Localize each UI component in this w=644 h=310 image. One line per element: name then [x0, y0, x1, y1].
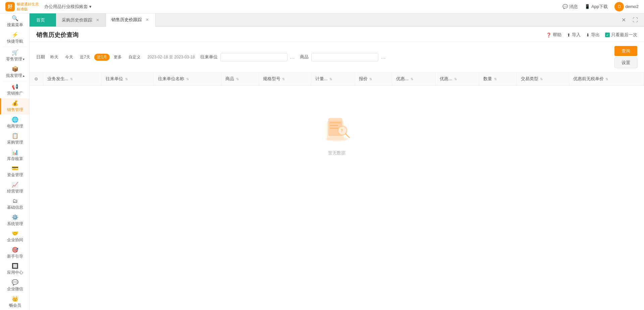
sort-arrows-spec[interactable]: ⇅ — [282, 77, 285, 81]
member-icon: 👑 — [12, 296, 18, 302]
sidebar-item-label: 基础信息 — [7, 205, 23, 210]
sort-arrows-biz-date[interactable]: ⇅ — [70, 77, 73, 81]
th-partner-name: 往来单位名称 ⇅ — [154, 72, 221, 86]
th-trade-type: 交易类型 ⇅ — [517, 72, 569, 86]
partner-dots-button[interactable]: ... — [290, 54, 294, 60]
product-input[interactable] — [311, 53, 378, 61]
top-header: 好 畅捷通好生意 标准版 办公用品行业模拟账套 ▾ 💬 消息 📱 App下载 D… — [0, 0, 644, 13]
sort-arrows-discount2[interactable]: ⇅ — [454, 77, 457, 81]
date-label: 日期 — [36, 54, 45, 60]
sort-arrows-partner-code[interactable]: ⇅ — [125, 77, 128, 81]
empty-state-icon: ? — [320, 112, 354, 146]
sidebar-item-label: 电商管理 — [7, 123, 23, 129]
sidebar-item-quick-nav[interactable]: ⚡ 快捷导航 — [0, 30, 29, 46]
table-settings-icon[interactable]: ⚙ — [34, 76, 38, 82]
settings-button[interactable]: 设置 — [614, 57, 637, 68]
export-button[interactable]: ⬇ 导出 — [586, 32, 600, 38]
sidebar-item-wholesale[interactable]: 📦 批发管理 ▴ — [0, 64, 29, 81]
date-btn-1month[interactable]: 近1月 — [94, 54, 110, 61]
sidebar-item-enterprise[interactable]: 🤝 企业协同 — [0, 228, 29, 245]
inventory-icon: 📊 — [12, 149, 18, 155]
sidebar-item-guide[interactable]: 🎯 新手引导 — [0, 245, 29, 261]
help-button[interactable]: ❓ 帮助 — [546, 32, 561, 38]
sort-arrows-product[interactable]: ⇅ — [236, 77, 239, 81]
app-selector[interactable]: 办公用品行业模拟账套 ▾ — [42, 2, 94, 11]
user-action[interactable]: D demo2 — [614, 2, 639, 11]
sidebar-item-member[interactable]: 👑 畅会员 — [0, 294, 29, 310]
maximize-icon[interactable]: ⛶ — [631, 16, 640, 24]
svg-text:?: ? — [341, 128, 343, 133]
date-btn-7days[interactable]: 近7天 — [77, 54, 93, 61]
sidebar-item-label: 企业微信 — [7, 286, 23, 292]
close-window-icon[interactable]: ✕ — [620, 16, 628, 24]
sidebar-item-basic[interactable]: 🗂 基础信息 — [0, 196, 29, 212]
sidebar-item-retail[interactable]: 🛒 零售管理 ▾ — [0, 48, 29, 64]
sidebar-item-system[interactable]: ⚙️ 系统管理 — [0, 212, 29, 228]
sort-arrows-trade-type[interactable]: ⇅ — [540, 77, 543, 81]
sort-arrows-partner-name[interactable]: ⇅ — [186, 77, 189, 81]
sidebar-item-marketing[interactable]: 📢 营销推广 — [0, 82, 29, 98]
product-filter-group: 商品 ... — [300, 53, 385, 61]
chevron-down-icon: ▾ — [89, 4, 92, 9]
sidebar-item-sales[interactable]: 💰 销售管理 — [0, 98, 29, 115]
sort-arrows-discount1[interactable]: ⇅ — [411, 77, 413, 81]
sidebar-item-label: 营销推广 — [7, 91, 23, 96]
empty-state-text: 暂无数据 — [328, 150, 345, 156]
th-partner-code: 往来单位 ⇅ — [102, 72, 154, 86]
th-quote: 报价 ⇅ — [355, 72, 392, 86]
sales-icon: 💰 — [12, 100, 18, 106]
sort-arrows-quantity[interactable]: ⇅ — [494, 77, 497, 81]
download-icon: 📱 — [585, 4, 590, 9]
date-btn-today[interactable]: 今天 — [62, 54, 76, 61]
partner-input[interactable] — [220, 53, 287, 61]
query-button[interactable]: 查询 — [614, 46, 637, 56]
header-right: 💬 消息 📱 App下载 D demo2 — [562, 2, 639, 11]
th-biz-date: 业务发生... ⇅ — [43, 72, 102, 86]
sidebar-item-operations[interactable]: 📈 经营管理 — [0, 180, 29, 196]
product-label: 商品 — [300, 54, 309, 60]
checkbox-icon — [605, 33, 610, 37]
sidebar-item-label: 畅会员 — [9, 303, 21, 308]
wholesale-icon: 📦 — [12, 66, 18, 72]
sort-arrows-pretax-price[interactable]: ⇅ — [605, 77, 608, 81]
main-layout: 🔍 搜索菜单 ⚡ 快捷导航 🛒 零售管理 ▾ 📦 批发管理 ▴ 📢 营销推广 — [0, 13, 644, 310]
logo-area: 好 畅捷通好生意 标准版 — [5, 2, 39, 11]
tab-close-purchase[interactable]: ✕ — [95, 17, 100, 23]
date-btn-yesterday[interactable]: 昨天 — [48, 54, 61, 61]
only-last-checkbox[interactable]: 只看最后一次 — [605, 32, 637, 38]
sort-arrows-quote[interactable]: ⇅ — [369, 77, 372, 81]
apps-icon: 🔲 — [12, 263, 18, 269]
sidebar-item-search[interactable]: 🔍 搜索菜单 — [0, 13, 29, 30]
svg-rect-3 — [330, 122, 341, 123]
date-range-display: 2023-02-18 至 2023-03-18 — [147, 54, 195, 60]
sidebar-item-inventory[interactable]: 📊 库存核算 — [0, 147, 29, 164]
tab-close-sales[interactable]: ✕ — [145, 17, 150, 22]
tab-purchase-history[interactable]: 采购历史价跟踪 ✕ — [56, 13, 106, 27]
tab-sales-history[interactable]: 销售历史价跟踪 ✕ — [106, 13, 156, 27]
app-download-action[interactable]: 📱 App下载 — [585, 4, 608, 10]
sidebar-item-apps[interactable]: 🔲 应用中心 — [0, 261, 29, 277]
page-header-actions: ❓ 帮助 ⬆ 导入 ⬇ 导出 只看最后一次 — [546, 32, 637, 38]
logo-text: 畅捷通好生意 标准版 — [17, 2, 39, 11]
sidebar-item-finance[interactable]: 💳 资金管理 — [0, 163, 29, 180]
sidebar-item-label: 企业协同 — [7, 237, 23, 243]
date-btn-custom[interactable]: 自定义 — [126, 54, 143, 61]
sidebar-item-label: 零售管理 — [6, 56, 22, 62]
tab-bar: 首页 采购历史价跟踪 ✕ 销售历史价跟踪 ✕ ✕ ⛶ — [30, 13, 644, 27]
export-icon: ⬇ — [586, 33, 590, 38]
sidebar-item-ecommerce[interactable]: 🌐 电商管理 — [0, 114, 29, 131]
sort-arrows-unit[interactable]: ⇅ — [329, 77, 332, 81]
import-button[interactable]: ⬆ 导入 — [567, 32, 581, 38]
message-action[interactable]: 💬 消息 — [562, 4, 578, 10]
sidebar-item-wechat[interactable]: 💬 企业微信 — [0, 277, 29, 294]
product-dots-button[interactable]: ... — [381, 54, 385, 60]
quick-nav-icon: ⚡ — [12, 32, 18, 38]
message-icon: 💬 — [562, 4, 568, 9]
sidebar-item-label: 系统管理 — [7, 221, 23, 227]
basic-icon: 🗂 — [12, 198, 18, 204]
th-discount1: 优惠... ⇅ — [392, 72, 436, 86]
retail-icon: 🛒 — [12, 49, 18, 56]
date-btn-more[interactable]: 更多 — [111, 54, 124, 61]
sidebar-item-purchase[interactable]: 📋 采购管理 — [0, 131, 29, 147]
tab-home[interactable]: 首页 — [30, 13, 56, 27]
